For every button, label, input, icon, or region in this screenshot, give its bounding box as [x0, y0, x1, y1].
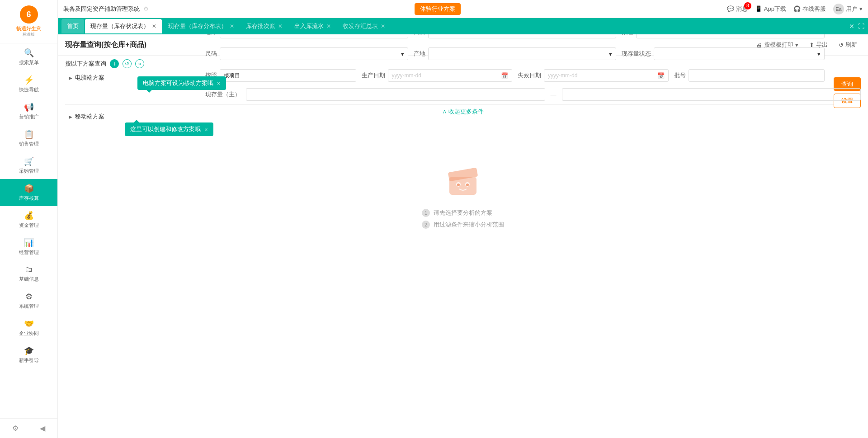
tab-collect-summary[interactable]: 收发存汇总表 ✕ [337, 19, 391, 33]
prod-date-calendar-icon[interactable]: 📅 [501, 72, 508, 79]
sidebar-item-operations[interactable]: 📊 经营管理 [0, 233, 57, 260]
origin-select[interactable]: ▾ [428, 47, 617, 60]
expire-date-calendar-icon[interactable]: 📅 [657, 72, 665, 79]
tab-inout-flow-label: 出入库流水 [294, 22, 324, 30]
collapse-sidebar-icon[interactable]: ◀ [40, 424, 45, 433]
sidebar-item-basic[interactable]: 🗂 基础信息 [0, 260, 57, 287]
app-download-label: App下载 [764, 5, 786, 13]
sidebar-item-search[interactable]: 🔍 搜索菜单 [0, 43, 57, 71]
purchase-icon: 🛒 [24, 156, 34, 166]
tab-fullscreen-icon[interactable]: ⛶ [858, 23, 864, 30]
filter-origin: 产地 ▾ [414, 45, 617, 63]
sidebar-item-system[interactable]: ⚙ 系统管理 [0, 287, 57, 314]
empty-state: 1 请先选择要分析的方案 2 用过滤条件来缩小分析范围 [58, 120, 868, 265]
tab-bar-right: ✕ ⛶ [849, 23, 864, 30]
filter-rows: 仓库 ··· ▾ 商品 ··· [205, 34, 861, 101]
empty-tip-1: 1 请先选择要分析的方案 [422, 209, 504, 217]
tab-close-stock-dist[interactable]: ✕ [230, 23, 234, 29]
color-select[interactable]: ▾ [636, 34, 825, 38]
stock-qty-dash: — [551, 91, 557, 98]
tooltip-scheme-mobile: 电脑方案可设为移动方案哦 × [137, 76, 226, 90]
scheme-mobile-label: 移动端方案 [75, 113, 104, 121]
expire-date-input[interactable]: yyyy-mm-dd 📅 [544, 69, 669, 82]
sidebar-item-enterprise[interactable]: 🤝 企业协同 [0, 314, 57, 341]
warehouse-chevron: ▾ [401, 34, 404, 36]
stock-status-select[interactable]: ▾ [654, 47, 825, 60]
color-label: 颜色 [622, 34, 633, 36]
collapse-bar: ∧ 收起更多条件 [65, 104, 861, 118]
tooltip2-text: 这里可以创建和修改方案哦 [130, 125, 201, 133]
tooltip2-close[interactable]: × [204, 126, 208, 133]
sidebar-item-sales[interactable]: 📋 销售管理 [0, 125, 57, 152]
prod-date-input[interactable]: yyyy-mm-dd 📅 [388, 69, 513, 82]
empty-tips: 1 请先选择要分析的方案 2 用过滤条件来缩小分析范围 [422, 209, 504, 229]
size-select[interactable]: ▾ [220, 47, 408, 60]
tip1-num: 1 [422, 209, 430, 217]
settings-bottom-icon[interactable]: ⚙ [12, 424, 19, 433]
filter-by-item: 按照 接项目 [205, 66, 356, 85]
tab-close-stock-status[interactable]: ✕ [152, 23, 156, 29]
basic-icon: 🗂 [25, 265, 33, 274]
tab-stock-batch-label: 库存批次账 [246, 22, 275, 30]
user-chevron-icon: ▾ [859, 5, 863, 12]
svg-point-4 [457, 184, 460, 186]
logo-badge: 标准版 [23, 32, 35, 38]
tip2-num: 2 [422, 221, 430, 229]
marketing-icon: 📢 [24, 102, 34, 112]
filter-refresh-button[interactable]: ↺ [123, 59, 132, 68]
user-label: 用户 [846, 5, 858, 13]
sidebar-item-finance[interactable]: 💰 资金管理 [0, 206, 57, 233]
tab-stock-status[interactable]: 现存量（库存状况表） ✕ [85, 19, 162, 33]
goods-select[interactable]: ··· [428, 34, 617, 38]
tab-close-all-icon[interactable]: ✕ [849, 23, 854, 30]
message-badge: 8 [744, 2, 751, 9]
user-item[interactable]: Ea 用户 ▾ [833, 4, 863, 14]
filter-back-button[interactable]: « [135, 59, 144, 68]
header-settings-icon[interactable]: ⚙ [143, 5, 149, 12]
online-support-item[interactable]: 🎧 在线客服 [793, 5, 826, 13]
warehouse-select[interactable]: ··· ▾ [220, 34, 408, 38]
tab-stock-status-label: 现存量（库存状况表） [90, 22, 149, 30]
tab-close-inout-flow[interactable]: ✕ [326, 23, 331, 29]
sidebar-item-marketing[interactable]: 📢 营销推广 [0, 98, 57, 125]
sidebar-item-guide[interactable]: 🎓 新手引导 [0, 341, 57, 368]
tooltip-scheme-create: 这里可以创建和修改方案哦 × [125, 122, 213, 136]
by-item-select[interactable]: 接项目 [220, 69, 356, 82]
app-download-item[interactable]: 📱 App下载 [755, 5, 786, 13]
tooltip1-text: 电脑方案可设为移动方案哦 [143, 79, 213, 87]
sidebar-item-purchase[interactable]: 🛒 采购管理 [0, 152, 57, 179]
message-item[interactable]: 💬 消息 8 [727, 5, 748, 13]
tab-home[interactable]: 首页 [61, 19, 84, 33]
stock-qty-max-input[interactable] [562, 88, 861, 101]
online-support-label: 在线客服 [802, 5, 826, 13]
tab-close-collect-summary[interactable]: ✕ [381, 23, 385, 29]
filter-color: 颜色 ▾ [622, 34, 825, 41]
filter-row-2: 尺码 ▾ 产地 ▾ [205, 45, 861, 63]
scheme-desktop-arrow: ▶ [69, 75, 72, 80]
sidebar-item-label: 经营管理 [19, 249, 39, 256]
filter-stock-status: 现存量状态 ▾ [622, 45, 825, 63]
enterprise-icon: 🤝 [24, 319, 34, 329]
trial-button[interactable]: 体验行业方案 [415, 3, 461, 15]
tab-collect-summary-label: 收发存汇总表 [343, 22, 378, 30]
collapse-button[interactable]: ∧ 收起更多条件 [65, 104, 861, 118]
tooltip1-close[interactable]: × [217, 80, 221, 87]
stock-qty-min-input[interactable] [246, 88, 545, 101]
sidebar-item-label: 采购管理 [19, 168, 39, 174]
filter-batch-no: 批号 [674, 66, 825, 85]
tab-close-stock-batch[interactable]: ✕ [278, 23, 283, 29]
tab-stock-dist-label: 现存量（库存分布表） [168, 22, 227, 30]
tab-stock-batch[interactable]: 库存批次账 ✕ [241, 19, 288, 33]
search-icon: 🔍 [24, 48, 34, 58]
inventory-icon: 📦 [24, 184, 34, 193]
sidebar-item-quicknav[interactable]: ⚡ 快捷导航 [0, 71, 57, 98]
finance-icon: 💰 [24, 211, 34, 221]
header-left: 装备及固定资产辅助管理系统 ⚙ [63, 5, 149, 13]
tip1-text: 请先选择要分析的方案 [434, 209, 492, 217]
batch-no-input[interactable] [689, 69, 825, 82]
filter-add-button[interactable]: + [110, 59, 119, 68]
tab-stock-dist[interactable]: 现存量（库存分布表） ✕ [163, 19, 240, 33]
warehouse-label: 仓库 [205, 34, 217, 36]
tab-inout-flow[interactable]: 出入库流水 ✕ [289, 19, 336, 33]
sidebar-item-inventory[interactable]: 📦 库存核算 [0, 179, 57, 206]
